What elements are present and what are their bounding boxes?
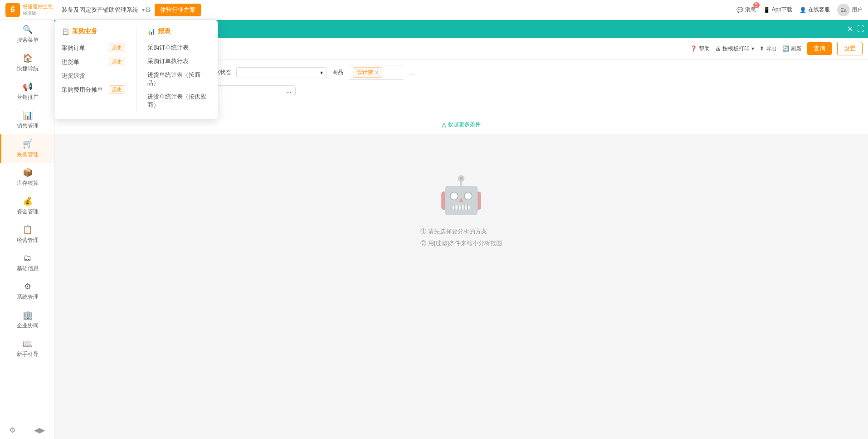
history-badge-0[interactable]: 历史 [109, 44, 125, 52]
empty-state: 🤖 ① 请先选择要分析的方案 ② 用[过滤]条件来缩小分析范围 [54, 138, 868, 286]
empty-tip-2: ② 用[过滤]条件来缩小分析范围 [420, 237, 502, 249]
goods-return-label: 进货退货 [62, 72, 85, 80]
sidebar-item-label: 基础信息 [17, 265, 39, 272]
goods-tag: 设计费 × [353, 67, 382, 78]
avatar: Ea [837, 4, 850, 16]
report-section-title: 📊 报表 [147, 27, 211, 35]
marketing-icon: 📢 [23, 82, 33, 92]
sidebar-item-guide[interactable]: 📖 新手引导 [0, 334, 54, 363]
empty-illustration: 🤖 [439, 174, 484, 217]
help-btn[interactable]: ❓ 帮助 [690, 45, 710, 53]
logo-text: 畅捷通好生意 [23, 3, 53, 10]
top-bar: 6 畅捷通好生意 标准版 装备及固定资产辅助管理系统 ▾ ⚙ 体验行业方案 💬 … [0, 0, 868, 20]
bill-status-select[interactable]: ▾ [236, 67, 327, 78]
history-badge-1[interactable]: 历史 [109, 58, 125, 66]
goods-tag-text: 设计费 [357, 69, 373, 76]
sidebar-item-marketing[interactable]: 📢 营销推广 [0, 77, 54, 106]
sidebar-item-enterprise[interactable]: 🏢 企业协同 [0, 306, 54, 334]
report-section-icon: 📊 [147, 28, 155, 35]
sidebar-settings-btn[interactable]: ⚙ [9, 426, 15, 434]
business-section-label: 采购业务 [72, 27, 98, 35]
home-icon: 🏠 [23, 53, 33, 63]
sidebar-item-base-info[interactable]: 🗂 基础信息 [0, 249, 54, 277]
sidebar-item-label: 资金管理 [17, 208, 39, 216]
online-service-btn[interactable]: 👤 在线客服 [800, 6, 830, 14]
print-icon: 🖨 [715, 45, 721, 52]
sidebar-item-label: 快捷导航 [17, 65, 39, 73]
purchase-icon: 🛒 [23, 139, 33, 149]
sidebar-item-sales[interactable]: 📊 销售管理 [0, 106, 54, 134]
salesman-select[interactable]: … [205, 85, 296, 96]
logo-icon: 6 [5, 3, 20, 17]
sidebar-item-operation[interactable]: 📋 经营管理 [0, 220, 54, 249]
bill-status-dropdown-icon: ▾ [320, 69, 323, 76]
tab-fullscreen-icon[interactable]: ⛶ [857, 25, 864, 33]
tab-bar-close-icon[interactable]: ✕ [847, 24, 853, 34]
sales-icon: 📊 [23, 110, 33, 120]
app-download-btn[interactable]: 📱 App下载 [763, 6, 792, 14]
message-btn[interactable]: 💬 消息 5 [736, 6, 756, 14]
goods-label: 商品 [332, 69, 343, 76]
collapse-icon: ⋀ [442, 122, 446, 128]
user-menu-btn[interactable]: Ea 用户 [837, 4, 863, 16]
sidebar-item-label: 采购管理 [17, 151, 39, 158]
help-icon: ❓ [690, 45, 697, 52]
menu-item-purchase-order[interactable]: 采购订单 历史 [62, 41, 125, 55]
message-badge: 5 [753, 2, 760, 8]
history-badge-3[interactable]: 历史 [109, 85, 125, 94]
goods-tag-close-icon[interactable]: × [375, 69, 378, 76]
sidebar-item-finance[interactable]: 💰 资金管理 [0, 192, 54, 220]
sidebar-item-system[interactable]: ⚙ 系统管理 [0, 277, 54, 306]
search-icon: 🔍 [23, 25, 33, 35]
industry-btn[interactable]: 体验行业方案 [155, 4, 201, 16]
purchase-dropdown-menu: 📋 采购业务 采购订单 历史 进货单 历史 进货退货 采购费用分摊单 历史 📊 … [54, 20, 218, 119]
menu-item-goods-return[interactable]: 进货退货 [62, 69, 125, 83]
sidebar-item-label: 营销推广 [17, 94, 39, 101]
sidebar-item-quick-nav[interactable]: 🏠 快捷导航 [0, 49, 54, 77]
message-icon: 💬 [736, 7, 743, 13]
menu-item-report-0[interactable]: 采购订单统计表 [147, 41, 211, 54]
settings-btn-toolbar[interactable]: 设置 [837, 42, 863, 55]
goods-more-icon[interactable]: … [409, 69, 414, 76]
report-section-label: 报表 [158, 27, 171, 35]
print-dropdown-icon: ▾ [751, 45, 754, 52]
sidebar-item-search[interactable]: 🔍 搜索菜单 [0, 20, 54, 49]
report-3-label: 进货单统计表（按供应商） [147, 93, 211, 109]
sidebar: 🔍 搜索菜单 🏠 快捷导航 📢 营销推广 📊 销售管理 🛒 采购管 [0, 20, 54, 439]
online-service-label: 在线客服 [808, 6, 830, 14]
print-btn[interactable]: 🖨 按模板打印 ▾ [715, 45, 754, 53]
query-btn[interactable]: 查询 [807, 42, 832, 55]
goods-select[interactable]: 设计费 × [349, 65, 403, 80]
settings-icon-btn[interactable]: ⚙ [145, 5, 151, 14]
top-actions: 💬 消息 5 📱 App下载 👤 在线客服 Ea 用户 [736, 4, 863, 16]
report-section: 📊 报表 采购订单统计表 采购订单执行表 进货单统计表（按商品） 进货单统计表（… [147, 27, 211, 112]
collapse-btn[interactable]: ⋀ 收起更多条件 [442, 121, 481, 128]
sidebar-item-label: 搜索菜单 [17, 36, 39, 44]
sidebar-menu: 🔍 搜索菜单 🏠 快捷导航 📢 营销推广 📊 销售管理 🛒 采购管 [0, 20, 54, 421]
sidebar-item-label: 经营管理 [17, 237, 39, 244]
sidebar-item-purchase[interactable]: 🛒 采购管理 [0, 134, 54, 163]
base-info-icon: 🗂 [24, 253, 32, 263]
menu-item-report-2[interactable]: 进货单统计表（按商品） [147, 68, 211, 90]
sidebar-item-label: 库存核算 [17, 179, 39, 187]
refresh-btn[interactable]: 🔄 刷新 [782, 45, 802, 53]
menu-item-purchase-fee[interactable]: 采购费用分摊单 历史 [62, 83, 125, 97]
sidebar-bottom: ⚙ ◀▶ [0, 421, 54, 439]
export-icon: ⬆ [760, 45, 764, 52]
menu-item-goods-in[interactable]: 进货单 历史 [62, 55, 125, 69]
menu-item-report-1[interactable]: 采购订单执行表 [147, 54, 211, 68]
export-label: 导出 [766, 45, 777, 53]
empty-tip-1: ① 请先选择要分析的方案 [420, 226, 502, 237]
logo-area: 6 畅捷通好生意 标准版 [5, 3, 53, 17]
business-section: 📋 采购业务 采购订单 历史 进货单 历史 进货退货 采购费用分摊单 历史 [62, 27, 125, 112]
sidebar-item-label: 系统管理 [17, 293, 39, 301]
report-0-label: 采购订单统计表 [147, 44, 189, 52]
enterprise-icon: 🏢 [23, 310, 33, 320]
menu-item-report-3[interactable]: 进货单统计表（按供应商） [147, 90, 211, 112]
sidebar-item-inventory[interactable]: 📦 库存核算 [0, 163, 54, 192]
help-label: 帮助 [699, 45, 710, 53]
export-btn[interactable]: ⬆ 导出 [760, 45, 777, 53]
report-2-label: 进货单统计表（按商品） [147, 71, 211, 87]
print-label: 按模板打印 [722, 45, 750, 53]
sidebar-collapse-btn[interactable]: ◀▶ [34, 426, 45, 434]
